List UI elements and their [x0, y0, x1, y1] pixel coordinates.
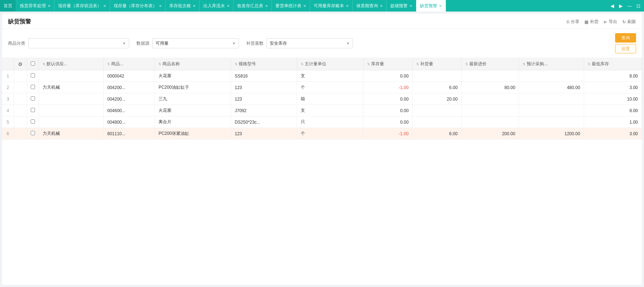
cell-stock: 0.00: [364, 70, 413, 82]
nav-tab-5[interactable]: 出入库流水✕: [200, 0, 234, 12]
cell-min_stock: 8.00: [584, 70, 642, 82]
tab-close-icon[interactable]: ✕: [103, 4, 106, 8]
nav-tab-8[interactable]: 可用量库存账本✕: [310, 0, 353, 12]
cell-gear: [14, 93, 27, 105]
th-default_supplier[interactable]: ⇅默认供应...: [39, 58, 104, 70]
tab-close-icon[interactable]: ✕: [303, 4, 306, 8]
row-checkbox[interactable]: [31, 119, 35, 124]
nav-tab-label: 可用量库存账本: [314, 3, 344, 9]
th-label-product_code: 商品...: [111, 61, 123, 67]
th-latest_price[interactable]: ⇅最新进价: [461, 58, 519, 70]
row-checkbox[interactable]: [31, 108, 35, 112]
share-icon: ⎘: [567, 19, 569, 25]
cell-checkbox[interactable]: [27, 116, 39, 128]
table-row[interactable]: 10000042火花塞SS816支0.008.00: [2, 70, 642, 82]
sort-icon: ⇅: [465, 62, 468, 66]
nav-tab-2[interactable]: 现存量（库存状况表）✕: [55, 0, 110, 12]
cell-checkbox[interactable]: [27, 105, 39, 116]
tab-close-icon[interactable]: ✕: [48, 4, 51, 8]
th-product_name[interactable]: ⇅商品名称: [155, 58, 231, 70]
sort-icon: ⇅: [235, 62, 238, 66]
tab-close-icon[interactable]: ✕: [346, 4, 349, 8]
nav-tab-10[interactable]: 超储预警✕: [387, 0, 416, 12]
th-unit[interactable]: ⇅主计量单位: [297, 58, 364, 70]
nav-prev-btn[interactable]: ◀: [608, 1, 617, 10]
cell-default_supplier: [39, 105, 104, 116]
category-select[interactable]: ▼: [28, 38, 129, 48]
export-button[interactable]: ⊳ 导出: [604, 19, 617, 25]
table-row[interactable]: 5004800...离合片DS250*23c...只0.001.00: [2, 116, 642, 128]
row-checkbox[interactable]: [31, 73, 35, 78]
cell-estimated_purchase: [519, 70, 584, 82]
th-stock[interactable]: ⇅库存量: [364, 58, 413, 70]
th-product_code[interactable]: ⇅商品...: [104, 58, 155, 70]
settings-button[interactable]: 设置: [615, 44, 636, 53]
cell-min_stock: 3.00: [584, 82, 642, 93]
nav-tab-9[interactable]: 保质期查询✕: [353, 0, 387, 12]
tab-close-icon[interactable]: ✕: [227, 4, 230, 8]
category-filter-group: 商品分类 ▼: [8, 38, 129, 48]
category-label: 商品分类: [8, 40, 25, 47]
nav-tab-3[interactable]: 现存量（库存分布表）✕: [110, 0, 166, 12]
th-replenish_qty[interactable]: ⇅补货量: [412, 58, 461, 70]
sort-icon: ⇅: [588, 62, 591, 66]
datasource-select[interactable]: 可用量 ▼: [152, 38, 239, 48]
top-nav: 首页拣货异常处理✕现存量（库存状况表）✕现存量（库存分布表）✕库存批次账✕出入库…: [0, 0, 644, 12]
cell-product_name: PC200张紧油缸: [155, 128, 231, 140]
nav-tab-4[interactable]: 库存批次账✕: [166, 0, 200, 12]
nav-next-btn[interactable]: ▶: [617, 1, 625, 10]
cell-latest_price: 80.00: [461, 82, 519, 93]
row-checkbox[interactable]: [31, 85, 35, 89]
table-row[interactable]: 3004200...三九123箱0.0020.0010.00: [2, 93, 642, 105]
nav-maximize-btn[interactable]: ⊡: [634, 1, 643, 10]
share-button[interactable]: ⎘ 分享: [567, 19, 579, 25]
tab-close-icon[interactable]: ✕: [409, 4, 412, 8]
refresh-button[interactable]: ↻ 刷新: [622, 19, 636, 25]
nav-tab-label: 现存量（库存分布表）: [114, 3, 157, 9]
select-all-checkbox[interactable]: [31, 61, 35, 66]
table-row[interactable]: 4004600...火花塞J7092支0.008.00: [2, 105, 642, 116]
table-row[interactable]: 6力天机械801110...PC200张紧油缸123个-1.006.00200.…: [2, 128, 642, 140]
cell-checkbox[interactable]: [27, 70, 39, 82]
cell-checkbox[interactable]: [27, 128, 39, 140]
row-checkbox[interactable]: [31, 96, 35, 101]
th-spec[interactable]: ⇅规格型号: [231, 58, 297, 70]
nav-tab-label: 首页: [4, 3, 12, 9]
th-label-spec: 规格型号: [239, 61, 256, 67]
sort-icon: ⇅: [43, 62, 45, 66]
tab-close-icon[interactable]: ✕: [265, 4, 268, 8]
tab-close-icon[interactable]: ✕: [380, 4, 383, 8]
nav-tab-6[interactable]: 收发存汇总表✕: [234, 0, 272, 12]
cell-replenish_qty: 20.00: [412, 93, 461, 105]
nav-tab-7[interactable]: 要货单统计表✕: [272, 0, 310, 12]
th-min_stock[interactable]: ⇅最低库存: [584, 58, 642, 70]
nav-tab-1[interactable]: 拣货异常处理✕: [16, 0, 55, 12]
cell-product_code: 0000042: [104, 70, 155, 82]
nav-minimize-btn[interactable]: —: [625, 1, 634, 10]
replenish-select[interactable]: 安全库存 ▼: [266, 38, 353, 48]
query-button[interactable]: 查询: [615, 33, 636, 43]
cell-latest_price: [461, 105, 519, 116]
tab-close-icon[interactable]: ✕: [193, 4, 196, 8]
category-chevron-icon: ▼: [122, 41, 126, 45]
nav-tab-label: 收发存汇总表: [237, 3, 263, 9]
table-row[interactable]: 2力天机械004200...PC200油缸缸子123个-1.006.0080.0…: [2, 82, 642, 93]
nav-tab-11[interactable]: 缺货预警✕: [416, 0, 446, 12]
gear-icon[interactable]: ⚙: [18, 61, 23, 67]
cell-unit: 箱: [297, 93, 364, 105]
nav-controls: ◀ ▶ — ⊡: [606, 1, 644, 10]
cell-replenish_qty: 6.00: [412, 82, 461, 93]
nav-tab-home[interactable]: 首页: [0, 0, 16, 12]
replenish-button[interactable]: ▦ 补货: [584, 19, 599, 25]
cell-checkbox[interactable]: [27, 82, 39, 93]
cell-stock: 0.00: [364, 93, 413, 105]
cell-latest_price: [461, 70, 519, 82]
tab-close-icon[interactable]: ✕: [439, 4, 442, 8]
cell-unit: 个: [297, 82, 364, 93]
sort-icon: ⇅: [158, 62, 161, 66]
cell-checkbox[interactable]: [27, 93, 39, 105]
cell-spec: 123: [231, 128, 297, 140]
tab-close-icon[interactable]: ✕: [159, 4, 162, 8]
th-estimated_purchase[interactable]: ⇅预计采购...: [519, 58, 584, 70]
row-checkbox[interactable]: [31, 131, 35, 135]
